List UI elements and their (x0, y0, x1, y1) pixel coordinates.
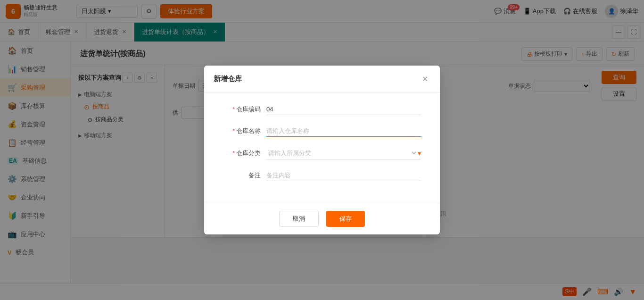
name-label: 仓库名称 (223, 127, 261, 135)
category-dropdown-icon: ▾ (418, 150, 421, 157)
dialog-close-btn[interactable]: ✕ (419, 73, 430, 84)
note-input[interactable] (266, 170, 421, 181)
category-select-wrapper: 请输入所属分类 ▾ (266, 147, 421, 159)
dialog-footer: 取消 保存 (204, 203, 440, 234)
dialog-body: 仓库编码 仓库名称 仓库分类 请输入所属分类 ▾ 备注 (204, 92, 440, 203)
code-label: 仓库编码 (223, 105, 261, 114)
cancel-button[interactable]: 取消 (279, 211, 319, 227)
form-row-code: 仓库编码 (223, 104, 421, 115)
category-label: 仓库分类 (223, 149, 261, 158)
name-input[interactable] (266, 125, 421, 137)
dialog-header: 新增仓库 ✕ (204, 66, 440, 92)
category-select[interactable]: 请输入所属分类 (266, 149, 418, 157)
form-row-category: 仓库分类 请输入所属分类 ▾ (223, 147, 421, 159)
code-input[interactable] (266, 104, 421, 115)
add-warehouse-dialog: 新增仓库 ✕ 仓库编码 仓库名称 仓库分类 请输入所属分类 ▾ (204, 66, 440, 234)
form-row-name: 仓库名称 (223, 125, 421, 137)
dialog-title: 新增仓库 (214, 75, 242, 83)
dialog-overlay[interactable]: 新增仓库 ✕ 仓库编码 仓库名称 仓库分类 请输入所属分类 ▾ (0, 0, 644, 300)
save-button[interactable]: 保存 (326, 211, 365, 227)
note-label: 备注 (223, 171, 261, 180)
form-row-note: 备注 (223, 170, 421, 181)
